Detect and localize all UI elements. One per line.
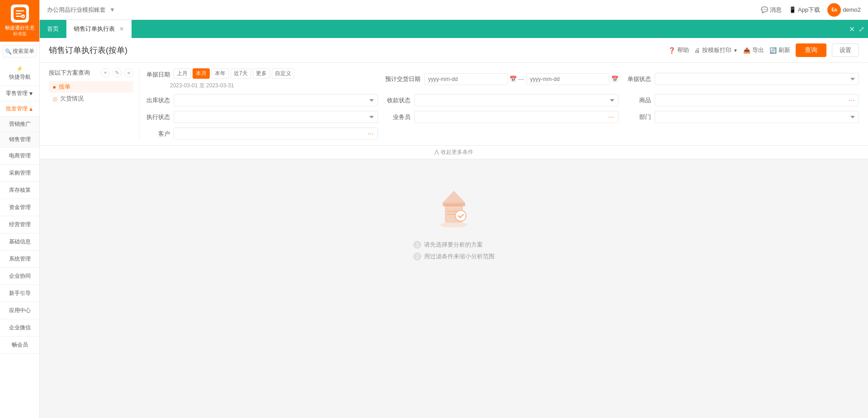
- tab-close-icon[interactable]: ✕: [119, 26, 124, 32]
- tab-sales-order[interactable]: 销售订单执行表 ✕: [66, 20, 132, 38]
- filter-right: 单据日期 上月 本月 本年 近7天 更多 自定义: [145, 68, 859, 140]
- ecommerce-label: 电商管理: [9, 152, 31, 160]
- refresh-button[interactable]: 🔄 刷新: [769, 46, 790, 54]
- goods-label: 商品: [626, 96, 651, 104]
- sidebar-item-ecommerce[interactable]: 电商管理: [0, 147, 39, 165]
- app-name: 畅捷通好生意: [5, 24, 35, 31]
- goods-more-icon: ···: [849, 97, 855, 104]
- date-btn-custom[interactable]: 自定义: [272, 68, 294, 79]
- settings-button[interactable]: 设置: [832, 43, 859, 57]
- left-panel-item-by-order[interactable]: ● 按单: [49, 81, 133, 93]
- calendar-start-icon[interactable]: 📅: [509, 76, 517, 82]
- system-label: 系统管理: [9, 255, 31, 263]
- refresh-icon: 🔄: [769, 47, 777, 54]
- date-range-dash: —: [519, 76, 524, 82]
- filter-row-1: 单据日期 上月 本月 本年 近7天 更多 自定义: [145, 68, 859, 90]
- outbound-select[interactable]: [174, 94, 378, 106]
- left-panel-edit-button[interactable]: ✎: [113, 68, 122, 77]
- message-button[interactable]: 💬 消息: [761, 6, 782, 14]
- collapse-more-button[interactable]: ⋀ 收起更多条件: [40, 146, 868, 159]
- date-btn-this-year[interactable]: 本年: [212, 68, 229, 79]
- finance-label: 资金管理: [9, 204, 31, 211]
- date-btn-7days[interactable]: 近7天: [231, 68, 251, 79]
- by-order-icon: ●: [52, 83, 56, 90]
- print-template-button[interactable]: 🖨 按模板打印 ▼: [694, 46, 738, 54]
- sidebar-item-wholesale[interactable]: 批发管理 ▲: [0, 101, 39, 117]
- outbound-filter: 出库状态: [145, 94, 378, 106]
- salesperson-input[interactable]: ···: [414, 111, 618, 123]
- sidebar-item-enterprise[interactable]: 企业协同: [0, 268, 39, 285]
- sidebar-item-system[interactable]: 系统管理: [0, 251, 39, 268]
- search-menu-button[interactable]: 🔍 搜索菜单: [3, 45, 37, 57]
- sidebar-item-inventory[interactable]: 库存核算: [0, 182, 39, 199]
- sidebar-item-wechat[interactable]: 企业微信: [0, 319, 39, 337]
- content-area: 销售订单执行表(按单) ❓ 帮助 🖨 按模板打印 ▼ 📤 导出: [40, 38, 868, 418]
- export-button[interactable]: 📤 导出: [743, 46, 764, 54]
- calendar-end-icon[interactable]: 📅: [611, 76, 618, 82]
- sidebar-item-sales[interactable]: 销售管理: [0, 132, 39, 147]
- app-download-button[interactable]: 📱 App下载: [789, 6, 820, 14]
- message-label: 消息: [770, 6, 782, 14]
- sidebar: 畅捷通好生意 标准版 🔍 搜索菜单 ⚡ 快捷导航 零售管理 ▼ 批发管理 ▲ 营…: [0, 0, 40, 418]
- breadcrumb-arrow-icon[interactable]: ▼: [109, 6, 115, 13]
- date-btn-more[interactable]: 更多: [253, 68, 270, 79]
- expected-date-end-input[interactable]: [526, 73, 610, 85]
- sidebar-item-purchase[interactable]: 采购管理: [0, 165, 39, 182]
- left-panel-header: 按以下方案查询 + ✎ «: [49, 68, 133, 77]
- sidebar-item-appstore[interactable]: 应用中心: [0, 302, 39, 319]
- left-panel: 按以下方案查询 + ✎ «: [49, 68, 139, 140]
- left-panel-item-credit[interactable]: ◎ 欠货情况: [49, 93, 133, 104]
- date-filter-group: 单据日期 上月 本月 本年 近7天 更多 自定义: [145, 68, 378, 90]
- filter-row-3: 执行状态 业务员 ···: [145, 111, 859, 123]
- tab-home[interactable]: 首页: [40, 20, 66, 38]
- empty-state: 1 请先选择要分析的方案 2 用过滤条件来缩小分析范围: [40, 159, 868, 290]
- message-icon: 💬: [761, 6, 768, 13]
- customer-input[interactable]: ···: [174, 128, 378, 140]
- quick-nav-label: 快捷导航: [9, 73, 31, 81]
- doc-status-select[interactable]: [655, 73, 859, 85]
- customer-filter: 客户 ···: [145, 128, 378, 140]
- left-panel-title: 按以下方案查询: [49, 69, 90, 77]
- sidebar-item-newuser[interactable]: 新手引导: [0, 285, 39, 302]
- sidebar-item-member[interactable]: 畅会员: [0, 337, 39, 354]
- salesperson-filter: 业务员 ···: [385, 111, 618, 123]
- edit-icon: ✎: [115, 70, 119, 76]
- tab-close-all-button[interactable]: ✕: [849, 25, 855, 33]
- tab-expand-button[interactable]: ⤢: [859, 25, 864, 33]
- expected-date-filter: 预计交货日期 📅 — 📅: [385, 68, 618, 90]
- sales-label: 销售管理: [9, 136, 31, 142]
- header-actions: 💬 消息 📱 App下载 Ea demo2: [761, 3, 861, 17]
- left-panel-icon-btns: + ✎ «: [101, 68, 133, 77]
- sidebar-item-retail[interactable]: 零售管理 ▼: [0, 86, 39, 101]
- svg-marker-5: [443, 191, 465, 203]
- sidebar-item-operations[interactable]: 经营管理: [0, 216, 39, 233]
- user-profile-button[interactable]: Ea demo2: [827, 3, 861, 17]
- exec-filter: 执行状态: [145, 111, 378, 123]
- left-panel-collapse-button[interactable]: «: [124, 68, 133, 77]
- help-button[interactable]: ❓ 帮助: [668, 46, 689, 54]
- newuser-label: 新手引导: [9, 290, 31, 297]
- enterprise-label: 企业协同: [9, 272, 31, 280]
- sidebar-item-finance[interactable]: 资金管理: [0, 199, 39, 216]
- date-btn-this-month[interactable]: 本月: [193, 68, 210, 79]
- search-menu-label: 搜索菜单: [13, 48, 34, 55]
- collapse-arrow-icon: ⋀: [434, 149, 439, 155]
- payment-select[interactable]: [414, 94, 618, 106]
- sidebar-item-basic[interactable]: 基础信息: [0, 233, 39, 251]
- empty-illustration: [431, 186, 476, 232]
- query-button[interactable]: 查询: [796, 43, 826, 57]
- collapse-left-icon: «: [127, 70, 131, 76]
- expected-date-start-input[interactable]: [424, 73, 508, 85]
- sidebar-item-marketing[interactable]: 营销推广: [0, 117, 39, 132]
- exec-select[interactable]: [174, 111, 378, 123]
- goods-input[interactable]: ···: [655, 94, 859, 106]
- left-panel-add-button[interactable]: +: [101, 68, 110, 77]
- tip-text-1: 请先选择要分析的方案: [424, 239, 483, 251]
- sidebar-item-quick-nav[interactable]: ⚡ 快捷导航: [0, 61, 39, 86]
- purchase-label: 采购管理: [9, 169, 31, 177]
- dept-select[interactable]: [655, 111, 859, 123]
- retail-arrow: ▼: [28, 90, 34, 97]
- date-btn-last-month[interactable]: 上月: [174, 68, 191, 79]
- wechat-label: 企业微信: [9, 324, 31, 332]
- operations-label: 经营管理: [9, 221, 31, 228]
